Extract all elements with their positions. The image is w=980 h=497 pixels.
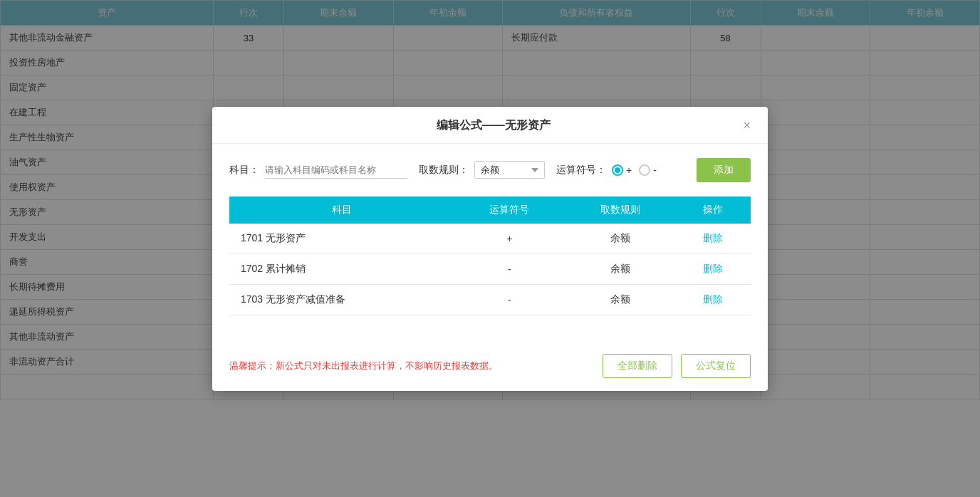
subject-label: 科目： (229, 164, 259, 177)
formula-row: 1701 无形资产+余额删除 (229, 224, 751, 254)
close-button[interactable]: × (743, 119, 751, 132)
action-cell: 删除 (675, 284, 751, 315)
modal-header: 编辑公式——无形资产 × (212, 107, 768, 144)
table-header-row: 科目 运算符号 取数规则 操作 (229, 197, 751, 224)
delete-link[interactable]: 删除 (703, 263, 723, 274)
delete-link[interactable]: 删除 (703, 293, 723, 305)
background-table-wrap: 资产 行次 期末余额 年初余额 负债和所有者权益 行次 期末余额 年初余额 其他… (0, 0, 980, 497)
plus-label: + (626, 164, 632, 176)
operator-label: 运算符号： (556, 164, 606, 177)
th-operator: 运算符号 (454, 197, 565, 224)
radio-circle-plus (612, 164, 623, 176)
subject-input[interactable] (265, 162, 407, 179)
operator-plus-radio[interactable]: + (612, 164, 632, 176)
operator-minus-radio[interactable]: - (639, 164, 657, 176)
operator-group: 运算符号： + - (556, 164, 657, 177)
subject-cell: 1702 累计摊销 (229, 253, 454, 284)
minus-label: - (653, 164, 657, 176)
rule-label: 取数规则： (419, 164, 469, 177)
operator-radio-group: + - (612, 164, 657, 176)
delete-link[interactable]: 删除 (703, 232, 723, 244)
subject-group: 科目： (229, 162, 407, 179)
footer-tip: 温馨提示：新公式只对未出报表进行计算，不影响历史报表数据。 (229, 360, 498, 372)
action-cell: 删除 (675, 253, 751, 284)
modal-overlay: 编辑公式——无形资产 × 科目： 取数规则： 余额 (0, 0, 980, 497)
modal-title: 编辑公式——无形资产 (244, 118, 743, 133)
th-subject: 科目 (229, 197, 454, 224)
formula-row: 1702 累计摊销-余额删除 (229, 253, 751, 284)
operator-cell: - (454, 253, 565, 284)
action-cell: 删除 (675, 224, 751, 254)
th-action: 操作 (675, 197, 751, 224)
delete-all-button[interactable]: 全部删除 (603, 354, 672, 378)
modal-footer: 温馨提示：新公式只对未出报表进行计算，不影响历史报表数据。 全部删除 公式复位 (212, 344, 768, 391)
rule-cell: 余额 (565, 224, 675, 254)
rule-cell: 余额 (565, 284, 675, 315)
rule-group: 取数规则： 余额 借方 贷方 借方发生额 贷方发生额 (419, 161, 545, 179)
formula-table: 科目 运算符号 取数规则 操作 1701 无形资产+余额删除1702 累计摊销-… (229, 197, 751, 315)
reset-formula-button[interactable]: 公式复位 (681, 354, 751, 378)
subject-cell: 1703 无形资产减值准备 (229, 284, 454, 315)
footer-tip-text: 温馨提示：新公式只对未出报表进行计算，不影响历史报表数据。 (229, 360, 498, 371)
modal-body: 科目： 取数规则： 余额 借方 贷方 借方发生额 贷方发生额 (212, 144, 768, 344)
rule-select[interactable]: 余额 借方 贷方 借方发生额 贷方发生额 (474, 161, 545, 179)
operator-cell: + (454, 224, 565, 254)
rule-cell: 余额 (565, 253, 675, 284)
subject-cell: 1701 无形资产 (229, 224, 454, 254)
operator-cell: - (454, 284, 565, 315)
formula-row: 1703 无形资产减值准备-余额删除 (229, 284, 751, 315)
th-rule: 取数规则 (565, 197, 675, 224)
add-button[interactable]: 添加 (697, 158, 751, 182)
edit-formula-modal: 编辑公式——无形资产 × 科目： 取数规则： 余额 (212, 107, 768, 391)
rule-select-wrap: 余额 借方 贷方 借方发生额 贷方发生额 (474, 161, 545, 179)
footer-buttons: 全部删除 公式复位 (603, 354, 751, 378)
radio-circle-minus (639, 164, 650, 176)
formula-form-row: 科目： 取数规则： 余额 借方 贷方 借方发生额 贷方发生额 (229, 158, 751, 182)
